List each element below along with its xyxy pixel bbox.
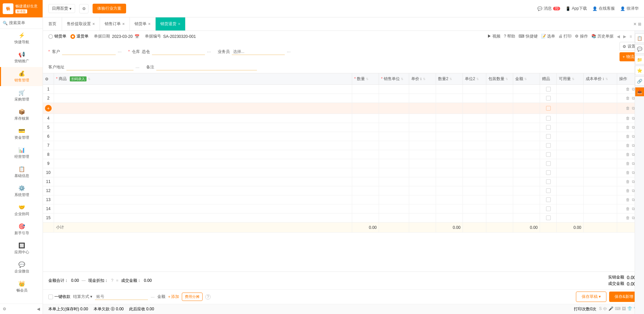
- staff-input[interactable]: [232, 49, 285, 55]
- operation-btn[interactable]: ⚙ 操作: [575, 34, 588, 39]
- delete-icon[interactable]: 🗑: [626, 161, 630, 166]
- delete-icon[interactable]: 🗑: [626, 206, 630, 211]
- address-picker-btn[interactable]: ···: [136, 65, 140, 70]
- sidebar-item-apps[interactable]: 🔲 应用中心: [0, 239, 43, 258]
- right-panel-btn-6[interactable]: 📤: [635, 87, 644, 97]
- product-input-3[interactable]: [56, 106, 350, 111]
- grid-view-icon[interactable]: ⊞: [638, 22, 641, 26]
- delete-icon[interactable]: 🗑: [626, 215, 630, 220]
- fee-split-btn[interactable]: 费用分摊: [182, 293, 203, 301]
- radio-return[interactable]: 退货单: [70, 34, 89, 39]
- sidebar-item-inventory[interactable]: 📦 库存核算: [0, 105, 43, 124]
- available-sort-icon[interactable]: ⇅: [572, 77, 575, 81]
- customer-input[interactable]: [62, 49, 116, 55]
- delete-icon[interactable]: 🗑: [626, 125, 630, 130]
- right-panel-btn-4[interactable]: ⭐: [635, 66, 644, 75]
- online-service-button[interactable]: 👤 在线客服: [592, 6, 615, 11]
- price-info-icon[interactable]: ℹ: [420, 77, 422, 81]
- right-panel-btn-1[interactable]: 📋: [635, 34, 644, 43]
- address-input[interactable]: [66, 64, 133, 70]
- select-btn[interactable]: 📝 选单: [541, 34, 555, 39]
- delete-icon[interactable]: 🗑: [626, 170, 630, 175]
- keyboard-icon[interactable]: ⌨: [615, 306, 621, 312]
- sidebar-item-shortcuts[interactable]: ⚡ 快捷导航: [0, 29, 43, 48]
- tab-close-price-settings[interactable]: ✕: [92, 22, 95, 26]
- right-panel-btn-2[interactable]: 💬: [635, 44, 644, 54]
- history-btn[interactable]: 📚 历史单据: [591, 34, 613, 39]
- qty2-sort-icon[interactable]: ⇅: [449, 77, 452, 81]
- one-click-payment-cb[interactable]: 一键收款: [48, 294, 70, 300]
- settlement-method-select[interactable]: 结算方式 ▾: [73, 294, 92, 300]
- qty-sort-icon[interactable]: ⇅: [366, 77, 369, 81]
- add-row-btn[interactable]: +: [45, 105, 52, 112]
- delete-icon[interactable]: 🗑: [626, 197, 630, 202]
- next-record-icon[interactable]: ▶: [623, 34, 626, 39]
- mic-icon[interactable]: 🎤: [608, 306, 613, 312]
- sales-unit-sort-icon[interactable]: ⇅: [401, 77, 404, 81]
- cash-discount-help[interactable]: ?: [111, 278, 113, 283]
- print-btn[interactable]: 🖨 打印: [558, 34, 572, 39]
- tab-sales-order[interactable]: 销售订单 ✕: [100, 17, 130, 31]
- calendar-icon[interactable]: 📅: [135, 34, 140, 39]
- prev-record-icon[interactable]: ◀: [617, 34, 620, 39]
- tab-sales-return[interactable]: 销货退货 ✕: [156, 17, 185, 31]
- radio-delivery[interactable]: 销货单: [48, 34, 66, 39]
- add-payment-btn[interactable]: + 添加: [168, 294, 179, 300]
- daily-category-select[interactable]: 日用百货 ▾: [48, 4, 75, 13]
- tab-close-sales-order[interactable]: ✕: [122, 22, 125, 26]
- right-panel-btn-5[interactable]: 🔗: [635, 76, 644, 86]
- sidebar-item-marketing[interactable]: 📢 营销推广: [0, 48, 43, 67]
- delete-icon[interactable]: 🗑: [626, 116, 630, 121]
- warehouse-input[interactable]: [152, 49, 205, 55]
- sidebar-item-wechat[interactable]: 💬 企业微信: [0, 258, 43, 277]
- delete-icon[interactable]: 🗑: [626, 179, 630, 184]
- shortcuts-btn[interactable]: ⌨ 快捷键: [519, 34, 537, 39]
- customer-picker-btn[interactable]: ···: [118, 49, 122, 54]
- settings-icon[interactable]: ⚙: [3, 307, 6, 311]
- video-btn[interactable]: ▶ 视频: [487, 34, 500, 39]
- help-btn[interactable]: ? 帮助: [504, 34, 515, 39]
- warehouse-picker-btn[interactable]: ···: [207, 49, 211, 54]
- img-icon[interactable]: 🖼: [622, 306, 626, 312]
- sidebar-item-finance[interactable]: 💳 资金管理: [0, 124, 43, 143]
- fee-help-icon[interactable]: ?: [205, 294, 211, 300]
- collapse-icon[interactable]: ◀: [37, 307, 40, 311]
- delete-icon[interactable]: 🗑: [626, 152, 630, 157]
- cost-info-icon[interactable]: ℹ: [603, 77, 604, 81]
- sidebar-item-sales[interactable]: 💰 销售管理: [0, 67, 43, 86]
- pack-sort-icon[interactable]: ⇅: [505, 77, 508, 81]
- tab-close-sales-delivery[interactable]: ✕: [148, 22, 151, 26]
- unit-price-sort-icon[interactable]: ⇅: [423, 77, 426, 81]
- unit2-sort-icon[interactable]: ⇅: [476, 77, 479, 81]
- search-menu[interactable]: 🔍 搜索菜单: [0, 17, 43, 29]
- delete-icon[interactable]: 🗑: [626, 134, 630, 139]
- account-picker-btn[interactable]: ···: [151, 294, 155, 300]
- sidebar-item-operation[interactable]: 📊 经营管理: [0, 143, 43, 163]
- col-gear[interactable]: ⚙: [43, 73, 54, 85]
- account-input[interactable]: [95, 294, 148, 300]
- sidebar-item-member[interactable]: 👑 畅会员: [0, 277, 43, 296]
- trial-button[interactable]: 体验行业方案: [93, 4, 126, 13]
- delete-icon[interactable]: 🗑: [626, 143, 630, 148]
- sidebar-item-basic[interactable]: 📋 基础信息: [0, 163, 43, 182]
- amount-sort-icon[interactable]: ⇅: [524, 77, 527, 81]
- tab-price-settings[interactable]: 售价提取设置 ✕: [62, 17, 100, 31]
- remark-input[interactable]: [156, 64, 257, 70]
- tab-close-sales-return[interactable]: ✕: [178, 22, 180, 26]
- user-profile[interactable]: 👤 徐泽华: [620, 6, 639, 11]
- close-tab-icon[interactable]: ✕: [633, 22, 637, 26]
- delete-row-3-icon[interactable]: 🗑: [626, 106, 630, 111]
- sidebar-item-purchase[interactable]: 🛒 采购管理: [0, 86, 43, 105]
- app-download-button[interactable]: 📱 App下载: [566, 6, 587, 11]
- sidebar-item-enterprise[interactable]: 🤝 企业协同: [0, 201, 43, 220]
- right-panel-btn-3[interactable]: 📁: [635, 55, 644, 64]
- message-button[interactable]: 💬 消息 70: [537, 6, 560, 11]
- header-settings-btn[interactable]: ⚙: [79, 4, 89, 13]
- delete-icon[interactable]: 🗑: [626, 188, 630, 193]
- delete-row-1-icon[interactable]: 🗑: [626, 87, 630, 91]
- delete-row-2-icon[interactable]: 🗑: [626, 96, 630, 101]
- sidebar-item-system[interactable]: ⚙️ 系统管理: [0, 182, 43, 201]
- save-draft-btn[interactable]: 保存草稿 ▾: [576, 292, 606, 302]
- cost-sort-icon[interactable]: ⇅: [605, 77, 608, 81]
- tab-sales-delivery[interactable]: 销货单 ✕: [130, 17, 156, 31]
